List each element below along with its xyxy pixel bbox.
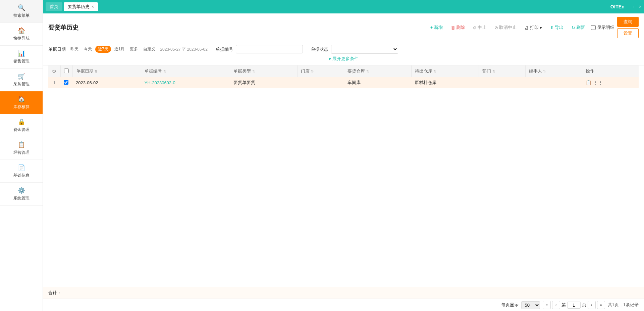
col-bill-type-sort[interactable]: ⇅ [252, 70, 255, 73]
table-body: 1 2023-06-02 YH-20230602-0 要货单要货 车间库 原材料… [48, 77, 639, 88]
col-date-sort[interactable]: ⇅ [95, 70, 97, 73]
col-req-warehouse-sort[interactable]: ⇅ [366, 70, 369, 73]
delete-button[interactable]: 🗑 删除 [449, 23, 467, 32]
col-department-sort[interactable]: ⇅ [492, 70, 495, 73]
export-icon: ⬆ [550, 25, 554, 30]
sidebar-item-finance[interactable]: 🔒 资金管理 [0, 114, 43, 137]
refresh-button[interactable]: ↻ 刷新 [570, 23, 587, 32]
display-detail-checkbox[interactable] [591, 25, 596, 30]
last-page-button[interactable]: » [597, 301, 605, 309]
bill-no-label: 单据编号 [216, 46, 233, 52]
new-button[interactable]: + 新增 [428, 23, 445, 32]
query-button[interactable]: 查询 [617, 17, 639, 27]
bill-no-input[interactable] [236, 45, 303, 53]
sidebar-item-search-menu[interactable]: 🔍 搜索菜单 [0, 0, 43, 23]
date-opt-custom[interactable]: 自定义 [141, 46, 157, 53]
row-action: 📋 ⋮⋮ [582, 77, 639, 88]
main-area: 首页 要货单历史 × OfTEn — □ × 要货单历史 + 新增 🗑 [43, 0, 644, 311]
row-handler [525, 77, 582, 88]
sidebar-item-label: 快捷导航 [13, 36, 30, 41]
settings-button[interactable]: 设置 [617, 28, 639, 38]
print-button[interactable]: 🖨 打印 ▾ [523, 23, 544, 32]
tab-active[interactable]: 要货单历史 × [64, 2, 98, 11]
cancel-stop-label: 取消中止 [499, 25, 517, 31]
window-close-button[interactable]: × [639, 4, 641, 9]
purchase-icon: 🛒 [18, 73, 25, 80]
date-opt-1month[interactable]: 近1月 [112, 46, 127, 53]
table-area: ⚙ 单据日期 ⇅ 单据编号 ⇅ [43, 65, 644, 287]
sidebar-item-quick-nav[interactable]: 🏠 快捷导航 [0, 23, 43, 46]
col-checkbox [60, 65, 72, 77]
sidebar-item-basic-info[interactable]: 📄 基础信息 [0, 160, 43, 183]
tab-home[interactable]: 首页 [46, 2, 62, 11]
status-select[interactable] [331, 45, 398, 54]
date-opt-yesterday[interactable]: 昨天 [68, 46, 80, 53]
col-handler-sort[interactable]: ⇅ [543, 70, 546, 73]
sidebar-item-label: 搜索菜单 [13, 13, 30, 18]
col-bill-no-sort[interactable]: ⇅ [163, 70, 166, 73]
table-header-row: ⚙ 单据日期 ⇅ 单据编号 ⇅ [48, 65, 639, 77]
row-checkbox[interactable] [64, 80, 68, 85]
date-opt-today[interactable]: 今天 [82, 46, 94, 53]
col-handler: 经手人 ⇅ [525, 65, 582, 77]
bill-no-link[interactable]: YH-20230602-0 [145, 80, 175, 85]
date-opt-more[interactable]: 更多 [128, 46, 140, 53]
sidebar-item-system[interactable]: ⚙️ 系统管理 [0, 183, 43, 206]
row-view-icon[interactable]: 📋 [586, 80, 591, 85]
prev-page-button[interactable]: ‹ [552, 301, 560, 309]
export-label: 导出 [555, 25, 564, 31]
topbar: 首页 要货单历史 × OfTEn — □ × [43, 0, 644, 13]
display-detail-toggle[interactable]: 显示明细 [591, 25, 614, 31]
sidebar-item-label: 库存核算 [13, 104, 30, 110]
cancel-stop-button[interactable]: ⊘ 取消中止 [492, 23, 519, 32]
display-detail-label: 显示明细 [597, 25, 614, 31]
sidebar-item-inventory[interactable]: 🏠 库存核算 [0, 91, 43, 114]
col-date-label: 单据日期 [76, 69, 94, 74]
brand-label: OfTEn [610, 4, 625, 9]
row-action-icons: 📋 ⋮⋮ [586, 80, 635, 85]
sidebar-item-operations[interactable]: 📋 经营管理 [0, 137, 43, 160]
date-filter-label: 单据日期 [48, 46, 66, 52]
finance-icon: 🔒 [18, 118, 25, 126]
row-checkbox-cell [60, 77, 72, 88]
export-button[interactable]: ⬆ 导出 [548, 23, 566, 32]
col-pending-warehouse-sort[interactable]: ⇅ [433, 70, 436, 73]
total-info: 共1页，1条记录 [608, 302, 639, 308]
date-filter-group: 单据日期 昨天 今天 近7天 近1月 更多 自定义 2023-05-27 至 2… [48, 46, 208, 53]
row-req-warehouse: 车间库 [344, 77, 411, 88]
action-buttons: 查询 设置 [617, 17, 639, 38]
operations-icon: 📋 [18, 141, 25, 148]
status-filter-group: 单据状态 [311, 45, 398, 54]
page-number-input[interactable] [567, 302, 581, 309]
maximize-button[interactable]: □ [634, 4, 636, 9]
row-bill-no: YH-20230602-0 [141, 77, 230, 88]
row-more-icon[interactable]: ⋮⋮ [593, 80, 603, 85]
filter-area: 单据日期 昨天 今天 近7天 近1月 更多 自定义 2023-05-27 至 2… [43, 41, 644, 65]
minimize-button[interactable]: — [627, 4, 631, 9]
per-page-select[interactable]: 50 100 [521, 301, 540, 309]
select-all-checkbox[interactable] [64, 69, 69, 73]
row-store [298, 77, 344, 88]
col-bill-type: 单据类型 ⇅ [230, 65, 298, 77]
date-opt-7days[interactable]: 近7天 [95, 46, 111, 53]
first-page-button[interactable]: « [543, 301, 551, 309]
col-req-warehouse-label: 要货仓库 [347, 69, 365, 74]
col-action: 操作 [582, 65, 639, 77]
row-pending-warehouse: 原材料仓库 [411, 77, 479, 88]
col-handler-label: 经手人 [529, 69, 542, 74]
col-store-label: 门店 [301, 69, 310, 74]
stop-button[interactable]: ⊘ 中止 [471, 23, 488, 32]
expand-more-btn[interactable]: ▾ 展开更多条件 [48, 56, 639, 62]
page-header: 要货单历史 + 新增 🗑 删除 ⊘ 中止 ⊘ [43, 13, 644, 41]
tab-close-icon[interactable]: × [92, 4, 94, 9]
sidebar-item-purchase[interactable]: 🛒 采购管理 [0, 69, 43, 91]
col-store-sort[interactable]: ⇅ [311, 70, 314, 73]
expand-label: 展开更多条件 [332, 56, 359, 62]
date-range-display: 2023-05-27 至 2023-06-02 [160, 47, 207, 52]
footer-sum: 合计： [43, 287, 644, 299]
basic-info-icon: 📄 [18, 164, 25, 171]
next-page-button[interactable]: › [588, 301, 596, 309]
column-settings-icon[interactable]: ⚙ [52, 69, 57, 74]
active-tab-label: 要货单历史 [68, 4, 90, 10]
sidebar-item-sales[interactable]: 📊 销售管理 [0, 46, 43, 69]
